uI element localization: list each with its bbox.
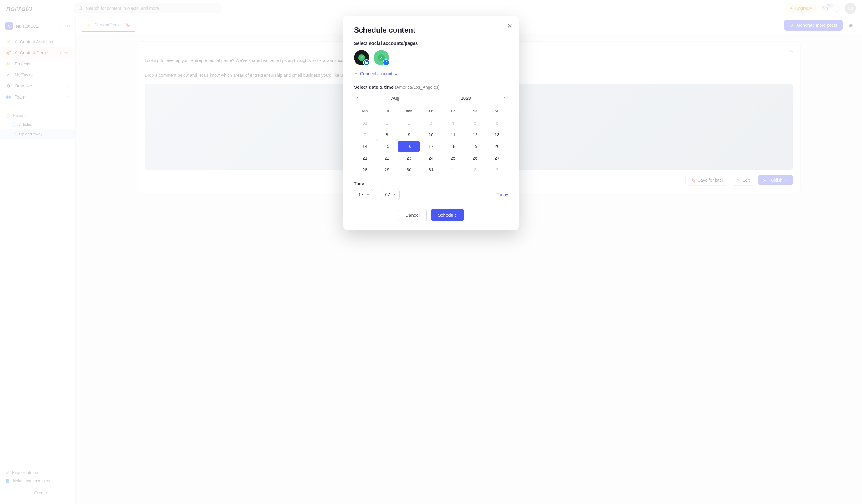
year-label: 2023	[460, 95, 471, 101]
calendar-day[interactable]: 29	[376, 164, 398, 175]
chevron-left-icon: ‹	[356, 95, 358, 101]
calendar-dow: Th	[420, 106, 442, 117]
calendar-day: 2	[464, 164, 486, 175]
calendar-day[interactable]: 30	[398, 164, 420, 175]
calendar-day[interactable]: 27	[486, 152, 508, 164]
calendar-day: 31	[354, 117, 376, 129]
calendar-day: 6	[486, 117, 508, 129]
calendar-day: 5	[464, 117, 486, 129]
hour-select[interactable]: 17	[354, 189, 373, 200]
calendar-dow: We	[398, 106, 420, 117]
calendar-day[interactable]: 21	[354, 152, 376, 164]
account-facebook[interactable]: ✓ f	[374, 50, 389, 65]
hour-select-wrap: 17	[354, 189, 373, 200]
chevron-right-icon: ›	[504, 95, 506, 101]
calendar-day[interactable]: 11	[442, 129, 464, 141]
today-button[interactable]: Today	[497, 192, 508, 197]
linkedin-icon: in	[363, 59, 370, 66]
calendar-grid: MoTuWeThFrSaSu31123456789101112131415161…	[354, 106, 508, 175]
facebook-icon: f	[383, 59, 390, 66]
accounts-row: g··t ✓ in ✓ f	[354, 50, 508, 65]
calendar-day[interactable]: 14	[354, 141, 376, 152]
calendar-day[interactable]: 23	[398, 152, 420, 164]
schedule-modal: ✕ Schedule content Select social account…	[343, 16, 519, 230]
minute-select[interactable]: 07	[381, 189, 400, 200]
chevron-down-icon: ⌄	[394, 71, 398, 76]
datetime-text: Select date & time	[354, 84, 394, 90]
modal-title: Schedule content	[354, 26, 508, 35]
calendar-day[interactable]: 26	[464, 152, 486, 164]
calendar-day[interactable]: 13	[486, 129, 508, 141]
calendar-dow: Su	[486, 106, 508, 117]
calendar-day[interactable]: 25	[442, 152, 464, 164]
plus-icon: ＋	[354, 71, 358, 77]
calendar-dow: Fr	[442, 106, 464, 117]
calendar-day: 3	[420, 117, 442, 129]
time-row: 17 : 07 Today	[354, 189, 508, 200]
calendar-day[interactable]: 19	[464, 141, 486, 152]
calendar-day: 1	[376, 117, 398, 129]
calendar-dow: Tu	[376, 106, 398, 117]
next-month-button[interactable]: ›	[501, 94, 508, 102]
calendar-header: ‹ Aug 2023 ›	[354, 94, 508, 102]
calendar-day[interactable]: 16	[398, 141, 420, 152]
month-label: Aug	[391, 95, 400, 101]
calendar-day[interactable]: 10	[420, 129, 442, 141]
calendar-dow: Sa	[464, 106, 486, 117]
calendar-day[interactable]: 20	[486, 141, 508, 152]
calendar-day[interactable]: 24	[420, 152, 442, 164]
cancel-button[interactable]: Cancel	[398, 209, 427, 221]
calendar-day: 7	[354, 129, 376, 141]
timezone-text: (America/Los_Angeles)	[395, 85, 440, 90]
calendar-day[interactable]: 9	[398, 129, 420, 141]
schedule-button[interactable]: Schedule	[431, 209, 464, 221]
calendar-dow: Mo	[354, 106, 376, 117]
calendar-day[interactable]: 22	[376, 152, 398, 164]
calendar-day[interactable]: 15	[376, 141, 398, 152]
modal-footer: Cancel Schedule	[354, 209, 508, 221]
calendar-day: 2	[398, 117, 420, 129]
month-year-row: Aug 2023	[361, 95, 501, 101]
connect-label: Connect account	[360, 71, 392, 76]
close-button[interactable]: ✕	[507, 22, 512, 30]
calendar-day[interactable]: 8	[376, 129, 398, 141]
calendar-day[interactable]: 18	[442, 141, 464, 152]
calendar-day[interactable]: 12	[464, 129, 486, 141]
calendar-day: 3	[486, 164, 508, 175]
time-label: Time	[354, 181, 508, 186]
close-icon: ✕	[507, 22, 512, 30]
calendar-day: 4	[442, 117, 464, 129]
calendar-day: 1	[442, 164, 464, 175]
prev-month-button[interactable]: ‹	[354, 94, 361, 102]
select-datetime-label: Select date & time (America/Los_Angeles)	[354, 84, 508, 90]
minute-select-wrap: 07	[381, 189, 400, 200]
select-accounts-label: Select social accounts/pages	[354, 40, 508, 46]
account-linkedin[interactable]: g··t ✓ in	[354, 50, 369, 65]
connect-account-button[interactable]: ＋ Connect account ⌄	[354, 71, 398, 77]
time-colon: :	[376, 192, 378, 197]
calendar-day[interactable]: 17	[420, 141, 442, 152]
calendar-day[interactable]: 31	[420, 164, 442, 175]
calendar-day[interactable]: 28	[354, 164, 376, 175]
